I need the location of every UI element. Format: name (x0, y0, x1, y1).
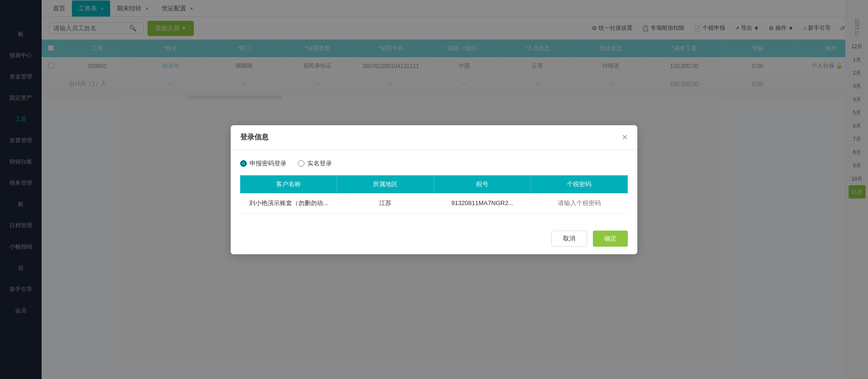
modal-overlay: 登录信息 ✕ 申报密码登录 实名登录 客户名称 所属地区 (0, 0, 868, 379)
modal-header: 登录信息 ✕ (231, 125, 637, 150)
client-name-cell: 刘小艳演示账套（勿删勿动... (240, 193, 337, 214)
login-type-radio-group: 申报密码登录 实名登录 (240, 159, 628, 168)
client-tax-id-cell: 91320811MA7NGR2... (434, 193, 531, 214)
modal-footer: 取消 确定 (231, 223, 637, 254)
client-region-cell: 江苏 (337, 193, 434, 214)
radio-realname-login[interactable]: 实名登录 (298, 159, 332, 168)
modal-close-icon[interactable]: ✕ (622, 133, 628, 142)
client-table: 客户名称 所属地区 税号 个税密码 刘小艳演示账套（勿删勿动... 江苏 913… (240, 175, 628, 214)
modal-body: 申报密码登录 实名登录 客户名称 所属地区 税号 个税密码 (231, 150, 637, 223)
tax-password-input[interactable] (538, 199, 620, 207)
confirm-button[interactable]: 确定 (593, 231, 628, 247)
modal-col-region: 所属地区 (337, 175, 434, 193)
modal-col-tax-password: 个税密码 (531, 175, 628, 193)
modal-col-client-name: 客户名称 (240, 175, 337, 193)
cancel-button[interactable]: 取消 (551, 231, 587, 247)
modal-title: 登录信息 (240, 133, 269, 142)
radio-realname-input[interactable] (298, 160, 304, 167)
radio-password-login[interactable]: 申报密码登录 (240, 159, 286, 168)
client-tax-password-cell[interactable] (531, 193, 628, 214)
login-info-modal: 登录信息 ✕ 申报密码登录 实名登录 客户名称 所属地区 (231, 125, 637, 254)
modal-table-row: 刘小艳演示账套（勿删勿动... 江苏 91320811MA7NGR2... (240, 193, 628, 214)
radio-password-input[interactable] (240, 160, 247, 167)
modal-col-tax-id: 税号 (434, 175, 531, 193)
